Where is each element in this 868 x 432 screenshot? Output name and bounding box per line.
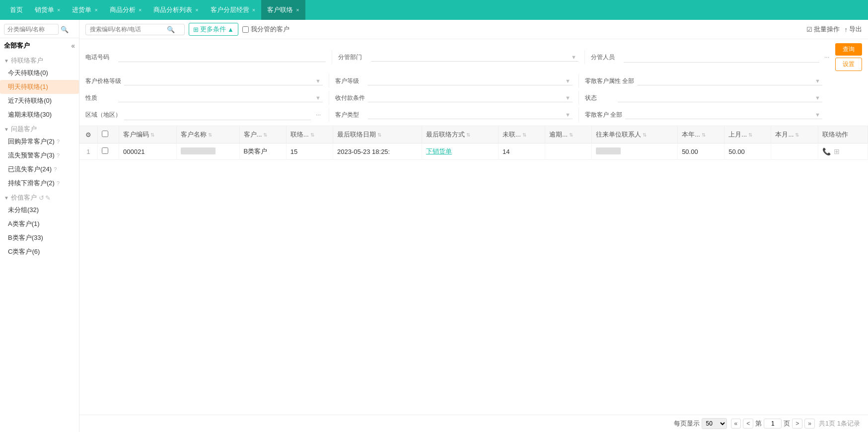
th-checkbox[interactable] — [97, 126, 119, 144]
nav-product-analysis-close[interactable]: × — [139, 7, 142, 13]
th-overdue[interactable]: 逾期... ⇅ — [545, 126, 592, 144]
sidebar-item-tomorrow-label: 明天待联络(1) — [8, 82, 48, 91]
th-type[interactable]: 客户... ⇅ — [239, 126, 286, 144]
prev-page-btn[interactable]: < — [743, 419, 753, 429]
sidebar-item-overdue[interactable]: 逾期未联络(30) — [0, 108, 79, 122]
sidebar-item-class-b[interactable]: B类客户(33) — [0, 231, 79, 245]
search-input[interactable] — [90, 26, 167, 33]
chevron-up-icon: ▲ — [227, 26, 234, 33]
nav-product-analysis-list-close[interactable]: × — [195, 7, 198, 13]
page-number-input[interactable] — [764, 419, 782, 429]
filter-cell-status: 状态 ▼ — [585, 94, 822, 102]
filter-dept-select[interactable]: ▼ — [371, 53, 579, 62]
sidebar-item-ungrouped[interactable]: 未分组(32) — [0, 203, 79, 217]
row-select-checkbox[interactable] — [102, 147, 108, 154]
call-icon[interactable]: 📞 — [822, 147, 831, 155]
th-uncontacted[interactable]: 未联... ⇅ — [498, 126, 545, 144]
select-all-checkbox[interactable] — [102, 131, 108, 137]
sidebar-item-class-a[interactable]: A类客户(1) — [0, 217, 79, 231]
col-sort-this-year[interactable]: 本年... ⇅ — [682, 130, 706, 139]
sidebar-item-7days[interactable]: 近7天待联络(0) — [0, 94, 79, 108]
sidebar-item-abnormal[interactable]: 回购异常客户(2) ? — [0, 135, 79, 148]
page-size-select[interactable]: 10 20 50 100 — [702, 418, 727, 429]
col-sort-last-method[interactable]: 最后联络方式 ⇅ — [426, 130, 470, 139]
sidebar-item-declining[interactable]: 持续下滑客户(2) ? — [0, 176, 79, 190]
filter-customer-type-select[interactable]: ▼ — [368, 111, 573, 119]
th-this-month[interactable]: 本月... ⇅ — [771, 126, 818, 144]
filter-phone-input[interactable] — [118, 53, 326, 62]
footer: 每页显示 10 20 50 100 « < 第 页 > » 共1页 1条记录 — [79, 415, 868, 432]
nav-customer-contact-close[interactable]: × — [296, 7, 299, 13]
col-sort-last-month[interactable]: 上月... ⇅ — [728, 130, 752, 139]
filter-retail-attr-select[interactable]: ▼ — [637, 77, 822, 85]
edit-value-icon[interactable]: ✎ — [45, 194, 51, 202]
sidebar-search-icon[interactable]: 🔍 — [61, 26, 69, 33]
th-settings[interactable]: ⚙ — [79, 126, 97, 144]
th-name[interactable]: 客户名称 ⇅ — [177, 126, 239, 144]
col-sort-name[interactable]: 客户名称 ⇅ — [181, 130, 212, 139]
first-page-btn[interactable]: « — [731, 419, 741, 429]
sidebar-all-customers-label: 全部客户 — [4, 41, 30, 50]
grid-icon[interactable]: ⊞ — [834, 147, 840, 155]
filter-price-level-label: 客户价格等级 — [85, 77, 121, 85]
col-sort-company-contacts[interactable]: 往来单位联系人 ⇅ — [596, 130, 647, 139]
nav-customer-layered-close[interactable]: × — [252, 7, 255, 13]
my-customers-checkbox[interactable] — [242, 26, 249, 33]
nav-product-analysis[interactable]: 商品分析 × — [104, 0, 147, 20]
search-icon[interactable]: 🔍 — [167, 26, 175, 33]
th-last-date[interactable]: 最后联络日期 ⇅ — [333, 126, 422, 144]
my-customers-checkbox-label[interactable]: 我分管的客户 — [242, 25, 289, 34]
row-checkbox[interactable] — [97, 144, 119, 160]
filter-price-level-select[interactable]: ▼ — [124, 77, 323, 85]
sidebar-item-churn-warning[interactable]: 流失预警客户(3) ? — [0, 148, 79, 162]
nav-home[interactable]: 首页 — [4, 0, 29, 20]
col-sort-contacts[interactable]: 联络... ⇅ — [290, 130, 314, 139]
filter-customer-level-select[interactable]: ▼ — [368, 77, 573, 85]
sidebar-item-tomorrow[interactable]: 明天待联络(1) — [0, 80, 79, 94]
filter-retail-customer-select[interactable]: ▼ — [625, 111, 822, 119]
nav-customer-contact[interactable]: 客户联络 × — [261, 0, 305, 20]
sidebar-item-class-c[interactable]: C类客户(6) — [0, 245, 79, 259]
th-company-contacts[interactable]: 往来单位联系人 ⇅ — [592, 126, 678, 144]
region-dots-btn[interactable]: ··· — [314, 111, 323, 118]
export-button[interactable]: ↑ 导出 — [845, 25, 863, 34]
th-this-year[interactable]: 本年... ⇅ — [678, 126, 724, 144]
refresh-icon[interactable]: ↺ — [39, 194, 44, 202]
col-sort-this-month[interactable]: 本月... ⇅ — [775, 130, 799, 139]
nav-sales-order[interactable]: 销货单 × — [29, 0, 66, 20]
nav-sales-order-close[interactable]: × — [57, 7, 60, 13]
col-sort-overdue[interactable]: 逾期... ⇅ — [549, 130, 573, 139]
nav-purchase-order-close[interactable]: × — [94, 7, 97, 13]
sidebar-item-churned[interactable]: 已流失客户(24) ? — [0, 162, 79, 176]
th-last-month[interactable]: 上月... ⇅ — [724, 126, 771, 144]
sidebar-group-pending: ▼ 待联络客户 — [0, 53, 79, 66]
export-label: 导出 — [849, 25, 862, 34]
sidebar-search-input[interactable] — [4, 24, 59, 35]
sidebar-all-customers[interactable]: 全部客户 « — [0, 38, 79, 53]
th-last-method[interactable]: 最后联络方式 ⇅ — [422, 126, 498, 144]
nav-customer-layered[interactable]: 客户分层经营 × — [205, 0, 261, 20]
last-page-btn[interactable]: » — [804, 419, 815, 429]
col-sort-last-date[interactable]: 最后联络日期 ⇅ — [337, 130, 381, 139]
col-sort-type[interactable]: 客户... ⇅ — [244, 130, 268, 139]
batch-op-button[interactable]: ☑ 批量操作 — [806, 25, 840, 34]
filter-nature-select[interactable]: ▼ — [118, 94, 323, 102]
th-contacts[interactable]: 联络... ⇅ — [286, 126, 333, 144]
filter-status-select[interactable]: ▼ — [618, 94, 822, 102]
row-actions: 📞 ⊞ — [818, 144, 868, 160]
col-sort-uncontacted[interactable]: 未联... ⇅ — [503, 130, 526, 139]
filter-payment-select[interactable]: ▼ — [368, 94, 573, 102]
table-header-row: ⚙ 客户编码 ⇅ 客户名称 — [79, 126, 868, 144]
nav-product-analysis-list[interactable]: 商品分析列表 × — [147, 0, 204, 20]
triangle-icon-2: ▼ — [4, 127, 9, 132]
next-page-btn[interactable]: > — [792, 419, 802, 429]
col-sort-code[interactable]: 客户编码 ⇅ — [123, 130, 154, 139]
manager-dots-btn[interactable]: ··· — [822, 54, 831, 61]
filter-more-btn[interactable]: ⊞ 更多条件 ▲ — [189, 23, 238, 36]
row-last-method[interactable]: 下销货单 — [422, 144, 498, 160]
nav-purchase-order[interactable]: 进货单 × — [66, 0, 103, 20]
query-button[interactable]: 查询 — [835, 43, 862, 56]
th-code[interactable]: 客户编码 ⇅ — [119, 126, 177, 144]
sidebar-item-today[interactable]: 今天待联络(0) — [0, 66, 79, 80]
settings-button[interactable]: 设置 — [835, 58, 862, 71]
